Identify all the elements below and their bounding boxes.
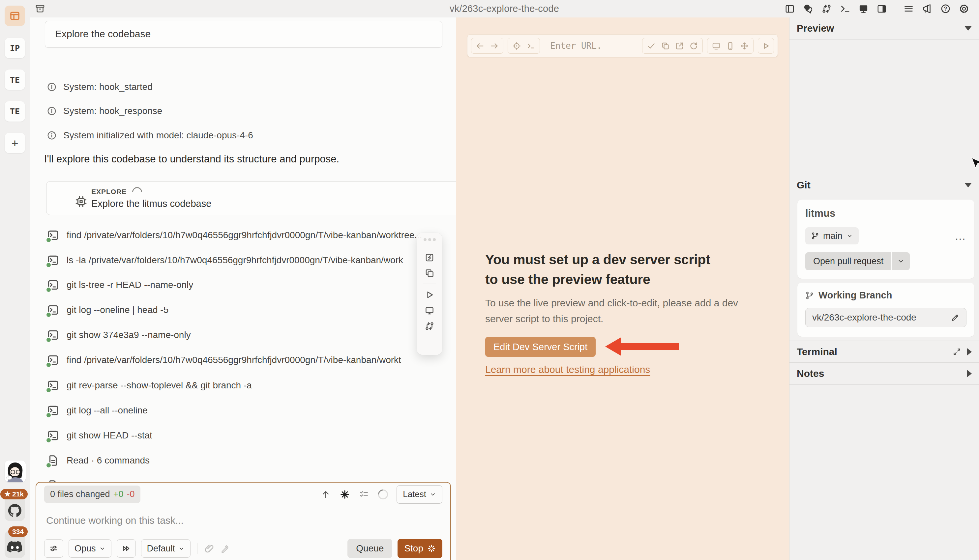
url-input[interactable] [544, 41, 650, 51]
spinner-burst-icon [427, 544, 436, 553]
help-icon[interactable]: ? [941, 3, 951, 14]
stop-button[interactable]: Stop [398, 539, 443, 558]
empty-state-title-line2: to use the preview feature [485, 272, 650, 287]
command-row[interactable]: git log --oneline | head -5 [47, 301, 429, 319]
git-compare-icon[interactable] [822, 3, 832, 14]
message-composer: 0 files changed +0 -0 Latest [36, 482, 451, 560]
rail-item-te-1[interactable]: TE [5, 70, 25, 90]
rail-item-label: IP [10, 43, 20, 53]
empty-state-body-line2: server script to this project. [485, 313, 603, 325]
command-row[interactable]: git rev-parse --show-toplevel && git bra… [47, 376, 429, 395]
nav-group [471, 38, 503, 54]
user-avatar[interactable] [5, 460, 26, 482]
drag-handle[interactable] [424, 238, 436, 241]
chip-icon [74, 195, 88, 208]
command-row[interactable]: git log --all --oneline [47, 401, 429, 420]
rail-item-ip[interactable]: IP [5, 38, 25, 58]
refresh-icon[interactable] [689, 42, 698, 50]
burst-icon[interactable] [340, 490, 350, 499]
more-options-button[interactable]: … [955, 233, 966, 239]
mobile-icon[interactable] [726, 42, 735, 50]
github-link[interactable]: ★ 21k [5, 493, 25, 521]
copy-icon[interactable] [661, 42, 670, 50]
terminal-prompt-icon[interactable] [526, 42, 535, 50]
base-branch-dropdown[interactable]: main [805, 227, 859, 245]
git-section-header[interactable]: Git [789, 174, 979, 196]
learn-more-link[interactable]: Learn more about testing applications [485, 364, 650, 375]
preview-url-bar [467, 34, 778, 57]
edit-dev-server-script-button[interactable]: Edit Dev Server Script [485, 337, 596, 357]
expand-icon[interactable] [952, 348, 961, 356]
panel-right-icon[interactable] [877, 4, 887, 14]
explore-tool-card[interactable]: EXPLORE Explore the litmus codebase [46, 181, 472, 215]
monitor-icon[interactable] [424, 306, 434, 315]
locate-group [508, 38, 540, 54]
url-input-wrap [544, 41, 638, 51]
chat-bubbles-icon[interactable] [803, 3, 813, 14]
external-link-icon[interactable] [675, 42, 684, 50]
model-dropdown[interactable]: Opus [68, 539, 112, 558]
files-changed-chip[interactable]: 0 files changed +0 -0 [44, 485, 140, 503]
rail-item-active-board[interactable] [5, 6, 25, 26]
screenshot-disabled-icon[interactable] [424, 253, 434, 263]
command-row[interactable]: find /private/var/folders/10/h7w0q46556g… [47, 351, 429, 369]
monitor-icon[interactable] [858, 3, 869, 14]
rail-add-project-button[interactable]: + [5, 133, 25, 153]
megaphone-icon[interactable] [922, 3, 932, 14]
git-compare-icon[interactable] [424, 321, 434, 331]
play-icon[interactable] [424, 290, 435, 300]
mouse-cursor [971, 157, 979, 171]
system-message: System: hook_started [47, 78, 153, 96]
preview-pane: You must set up a dev server script to u… [456, 17, 789, 560]
rail-item-te-2[interactable]: TE [5, 101, 25, 122]
task-title-card[interactable]: Explore the codebase [45, 21, 443, 48]
edit-pencil-icon[interactable] [951, 313, 959, 322]
pr-options-dropdown[interactable] [892, 252, 910, 270]
attach-file-icon[interactable] [204, 543, 215, 554]
terminal-icon[interactable] [840, 3, 850, 14]
preview-section-header[interactable]: Preview [789, 17, 979, 40]
discord-link[interactable]: 334 [5, 530, 25, 558]
queue-button[interactable]: Queue [347, 539, 392, 558]
working-branch-field[interactable]: vk/263c-explore-the-code [805, 308, 966, 327]
copy-icon[interactable] [424, 268, 434, 278]
repo-name: litmus [805, 208, 966, 219]
fast-forward-button[interactable] [117, 539, 136, 558]
menu-icon[interactable] [904, 3, 914, 14]
scroll-to-top-icon[interactable] [321, 490, 331, 499]
terminal-command-icon [47, 429, 59, 442]
panel-left-icon[interactable] [785, 4, 795, 14]
working-branch-label: Working Branch [819, 290, 892, 301]
archive-icon[interactable] [35, 3, 45, 14]
profile-dropdown[interactable]: Default [141, 539, 191, 558]
forward-icon[interactable] [490, 42, 499, 50]
tool-description: Explore the litmus codebase [91, 198, 211, 209]
app-window: vk/263c-explore-the-code ? IP TE TE + [0, 0, 979, 560]
desktop-icon[interactable] [712, 42, 720, 50]
read-row[interactable]: Read · 6 commands [47, 451, 429, 470]
chevron-down-icon [178, 545, 185, 552]
gear-icon[interactable] [959, 3, 969, 14]
terminal-command-icon [47, 354, 59, 366]
open-pull-request-button[interactable]: Open pull request [805, 252, 891, 270]
crosshair-icon[interactable] [512, 42, 521, 50]
info-icon [47, 130, 57, 140]
move-icon[interactable] [740, 42, 749, 50]
notes-section-header[interactable]: Notes [789, 363, 979, 385]
back-icon[interactable] [476, 42, 484, 50]
signature-icon[interactable] [220, 543, 231, 554]
play-icon[interactable] [762, 42, 770, 50]
command-row[interactable]: git ls-tree -r HEAD --name-only [47, 276, 429, 294]
command-row[interactable]: find /private/var/folders/10/h7w0q46556g… [47, 226, 429, 245]
command-row[interactable]: git show 374e3a9 --name-only [47, 326, 429, 344]
checklist-icon[interactable] [359, 490, 369, 499]
settings-sliders-button[interactable] [44, 539, 63, 558]
version-dropdown[interactable]: Latest [396, 485, 443, 504]
command-row[interactable]: ls -la /private/var/folders/10/h7w0q4655… [47, 251, 429, 270]
svg-text:?: ? [944, 6, 947, 12]
terminal-section-header[interactable]: Terminal [789, 341, 979, 363]
message-input[interactable] [36, 506, 450, 538]
check-icon[interactable] [647, 42, 656, 50]
command-row[interactable]: git show HEAD --stat [47, 426, 429, 445]
chevron-down-icon [429, 491, 436, 498]
